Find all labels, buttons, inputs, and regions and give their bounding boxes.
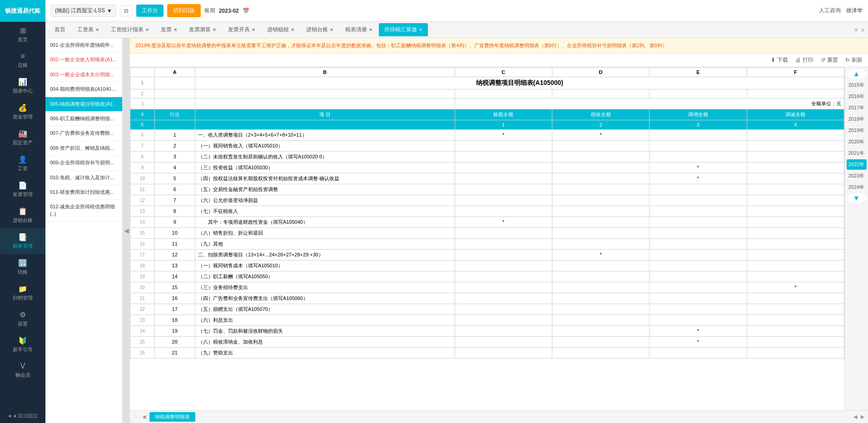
sidebar-item-assets[interactable]: 🏭 固定资产 — [0, 125, 45, 151]
left-panel-item-006[interactable]: 006-职工薪酬纳税调整明细... — [45, 112, 122, 126]
left-panel-item-009[interactable]: 009-企业所得税弥补亏损明... — [45, 156, 122, 170]
corner-cell — [130, 67, 155, 77]
tab-close-tax-calc[interactable]: ✕ — [419, 27, 422, 32]
year-nav-down[interactable]: ▼ — [847, 193, 867, 203]
year-2023[interactable]: 2023年 — [847, 171, 867, 181]
sidebar-item-tax[interactable]: 📑 税务管理 — [0, 228, 45, 254]
print-button[interactable]: 🖨 打印 — [795, 56, 813, 64]
tab-close-all-icon[interactable]: ✕ — [854, 27, 858, 33]
tab-tax-calc[interactable]: 所得税汇算缴 ✕ — [379, 23, 428, 36]
col-taxvalue-header: 税收全额 — [552, 109, 649, 120]
alert-text: 2019年度涉及取以前年度纳税调整的申报表单元格需要手工维护正确，才能保证本年及… — [135, 43, 667, 48]
year-2016[interactable]: 2016年 — [847, 91, 867, 102]
left-panel-item-012[interactable]: 012-减免企业所得税优惠明细(..) — [45, 200, 122, 221]
data-table: A B C D E F 1 — [130, 67, 844, 359]
tab-close-salary[interactable]: ✕ — [95, 27, 99, 32]
tab-home[interactable]: 首页 — [49, 23, 71, 36]
left-panel-item-010[interactable]: 010-免税、减计收入及加计... — [45, 171, 122, 185]
salary-icon: 👤 — [18, 155, 27, 164]
col-item-header: 项 目 — [195, 109, 455, 120]
year-2019[interactable]: 2019年 — [847, 125, 867, 136]
year-2022[interactable]: 2022年 — [847, 159, 867, 170]
year-sidebar: ▲ 2015年 2016年 2017年 2018年 2019年 2020年 20… — [844, 67, 868, 411]
sidebar-item-member[interactable]: V 畅会员 — [0, 358, 45, 383]
reset-button[interactable]: ↺ 重置 — [821, 56, 838, 64]
tab-close-invoice[interactable]: ✕ — [174, 27, 177, 32]
reset-icon: ↺ — [821, 57, 825, 63]
collapse-panel-button[interactable]: ◀ — [123, 38, 130, 423]
table-row: 11 6 （五）交易性金融资产初始投资调整 — [130, 184, 844, 195]
tab-salary-stat[interactable]: 工资统计报表 ✕ — [105, 23, 154, 36]
year-2015[interactable]: 2015年 — [847, 80, 867, 90]
tab-purchase-ledger[interactable]: 进销台账 ✕ — [301, 23, 339, 36]
year-nav-up[interactable]: ▲ — [847, 69, 867, 79]
sidebar-item-invoice[interactable]: 📄 发票管理 — [0, 177, 45, 202]
sidebar-item-report[interactable]: 📊 报表中心 — [0, 73, 45, 99]
tabbar-controls: ✕ ≡ — [854, 27, 864, 33]
sidebar-item-settings[interactable]: ⚙ 设置 — [0, 306, 45, 332]
year-2024[interactable]: 2024年 — [847, 182, 867, 192]
sidebar-item-close[interactable]: 🔢 结账 — [0, 254, 45, 280]
main-area: (物副) 江西股宝-LSS ▼ ⊟ 工作台 切到旧版 账期 2023-02 📅 … — [45, 0, 868, 423]
support-label[interactable]: 人工咨询 — [819, 7, 841, 15]
sidebar-item-guide[interactable]: 🔰 新手引导 — [0, 332, 45, 358]
sidebar-item-archive[interactable]: 📁 归档管理 — [0, 280, 45, 306]
company-selector[interactable]: (物副) 江西股宝-LSS ▼ — [51, 5, 116, 17]
left-panel-item-008[interactable]: 008-资产折旧、摊销及纳税... — [45, 141, 122, 156]
left-panel-item-003[interactable]: 003-一般企业成本支出明细... — [45, 68, 122, 82]
copy-button[interactable]: ⊟ — [120, 5, 133, 16]
sidebar-item-purchase-sales[interactable]: 📋 进销台账 — [0, 202, 45, 228]
table-row: 18 13 （一）视同销售成本（填写A105010） — [130, 260, 844, 271]
left-panel-item-011[interactable]: 011-研发费用加计扣除优惠... — [45, 185, 122, 200]
scroll-right-icon[interactable]: ▶ — [861, 414, 864, 420]
table-row: 12 7 （六）公允价值变动净损益 — [130, 195, 844, 206]
left-panel-item-001[interactable]: 001-企业所得税年度纳税申... — [45, 38, 122, 53]
left-panel-item-005[interactable]: 005-纳税调整项目明细表(A1... — [45, 97, 122, 112]
col-lineno-header: 行次 — [154, 109, 195, 120]
tab-invoice[interactable]: 发票 ✕ — [155, 23, 183, 36]
row-number: 2 — [130, 89, 155, 98]
refresh-button[interactable]: ↻ 刷新 — [845, 56, 863, 64]
sidebar-item-finance[interactable]: 💰 资金管理 — [0, 99, 45, 125]
tab-close-invoice-open[interactable]: ✕ — [252, 27, 255, 32]
year-2017[interactable]: 2017年 — [847, 103, 867, 113]
left-panel-item-004[interactable]: 004-期间费用明细表(A1040.... — [45, 82, 122, 97]
switch-old-button[interactable]: 切到旧版 — [167, 4, 201, 17]
sidebar-item-salary[interactable]: 👤 工资 — [0, 151, 45, 177]
tab-close-invoice-calc[interactable]: ✕ — [213, 27, 216, 32]
spreadsheet[interactable]: A B C D E F 1 — [130, 67, 844, 411]
sidebar-item-home[interactable]: ⊞ 首页 — [0, 22, 45, 48]
col-increase-header: 调增全额 — [650, 109, 747, 120]
ledger-icon: ≡ — [20, 52, 25, 60]
tab-close-salary-stat[interactable]: ✕ — [145, 27, 149, 32]
year-2020[interactable]: 2020年 — [847, 137, 867, 147]
period-label: 账期 — [204, 7, 215, 15]
row-number: 4 — [130, 109, 155, 120]
home-icon: ⊞ — [20, 26, 26, 35]
tab-salary[interactable]: 工资表 ✕ — [72, 23, 104, 36]
sidebar-item-ledger[interactable]: ≡ 总账 — [0, 48, 45, 73]
tab-invoice-open[interactable]: 发票开具 ✕ — [223, 23, 261, 36]
tab-close-purchase-ledger[interactable]: ✕ — [330, 27, 333, 32]
year-2018[interactable]: 2018年 — [847, 114, 867, 124]
workbench-button[interactable]: 工作台 — [136, 5, 164, 17]
tab-tax-list[interactable]: 税表清册 ✕ — [340, 23, 378, 36]
tab-menu-icon[interactable]: ≡ — [861, 27, 864, 33]
table-subheader-row: 5 1 2 3 4 — [130, 120, 844, 129]
tab-invoice-calc[interactable]: 发票测算 ✕ — [184, 23, 222, 36]
scroll-left-icon[interactable]: ◀ — [853, 414, 857, 420]
report-icon: 📊 — [18, 78, 27, 86]
pin-button[interactable]: ◄◄ 取消固定 — [0, 409, 45, 423]
left-panel-item-007[interactable]: 007-广告费和业务宣传费附... — [45, 126, 122, 141]
tab-close-purchase-check[interactable]: ✕ — [291, 27, 294, 32]
invoice-icon: 📄 — [18, 181, 27, 190]
sheet-tab[interactable]: 纳税调整明细表 — [149, 412, 195, 422]
tab-purchase-check[interactable]: 进销稳校 ✕ — [262, 23, 300, 36]
tab-close-tax-list[interactable]: ✕ — [369, 27, 372, 32]
left-panel-item-002[interactable]: 002-一般企业收入明细表(A1... — [45, 53, 122, 67]
year-2021[interactable]: 2021年 — [847, 148, 867, 158]
download-button[interactable]: ⬇ 下载 — [771, 56, 788, 64]
col-header-f: F — [747, 67, 844, 77]
table-row: 15 10 （八）销售折扣、折让和退回 — [130, 227, 844, 238]
table-row: 9 4 （三）投资收益（填写A105030） * — [130, 162, 844, 173]
